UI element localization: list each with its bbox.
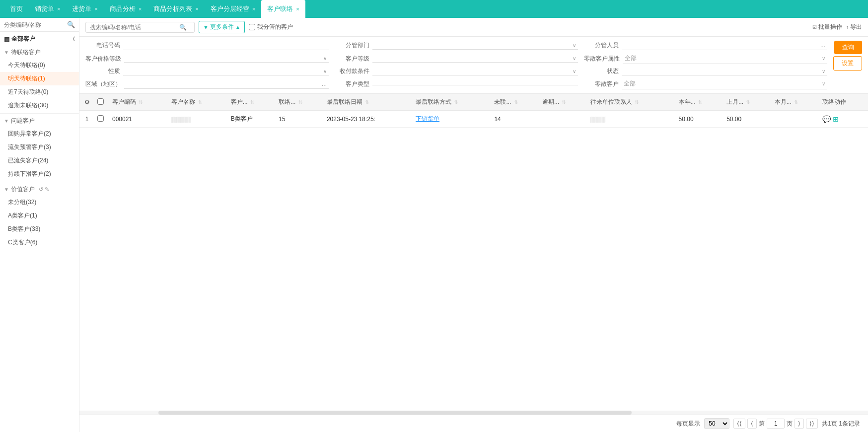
sidebar-item-c-class[interactable]: C类客户(6) [0,236,79,249]
col-this-month[interactable]: 本月... ⇅ [772,94,820,111]
col-overdue[interactable]: 逾期... ⇅ [539,94,587,111]
table-wrap: ⚙ 客户编码 ⇅ 客户名称 ⇅ 客户... ⇅ [79,94,868,411]
sidebar-search-input[interactable] [4,21,67,28]
close-analysis-icon[interactable]: × [139,0,142,18]
phone-input[interactable] [123,41,329,50]
scroll-bar-inner[interactable] [158,411,632,415]
sidebar-problem-header[interactable]: ▼ 问题客户 [0,115,79,127]
sidebar-item-a-class[interactable]: A类客户(1) [0,209,79,222]
row-last-month-amount: 50.00 [723,111,772,128]
col-last-method[interactable]: 最后联络方式 ⇅ [413,94,491,111]
sidebar-item-repurchase[interactable]: 回购异常客户(2) [0,127,79,141]
sidebar-item-churned[interactable]: 已流失客户(24) [0,154,79,167]
my-customer-checkbox[interactable] [249,24,255,30]
search-wrap: 🔍 [85,22,195,33]
row-contact-person: ▒▒▒▒ [587,111,676,128]
select-all-checkbox[interactable] [97,98,104,105]
search-input[interactable] [90,24,179,31]
status-select[interactable]: ∨ [622,68,827,75]
search-icon[interactable]: 🔍 [179,24,187,31]
my-customer-check[interactable]: 我分管的客户 [249,23,293,31]
person-dots-icon: ... [820,42,825,49]
col-code[interactable]: 客户编码 ⇅ [109,94,168,111]
sidebar-item-ungroup[interactable]: 未分组(32) [0,196,79,209]
next-page-btn[interactable]: ⟩ [795,419,804,429]
close-purchase-icon[interactable]: × [94,0,97,18]
qr-icon[interactable]: ⊞ [833,115,839,123]
per-page-select[interactable]: 50 100 200 [704,418,729,429]
row-unlink: 14 [491,111,539,128]
area-dots-icon: ... [322,80,327,87]
page-nav: ⟨⟨ ⟨ 第 页 ⟩ ⟩⟩ [733,419,818,429]
col-settings-btn[interactable]: ⚙ [79,94,94,111]
filter-row-3: 性质 ∨ 收付款条件 ∨ [85,67,827,75]
sidebar-item-tomorrow[interactable]: 明天待联络(1) [0,72,79,85]
nav-purchase[interactable]: 进货单 × [66,0,103,18]
nature-arrow-icon: ∨ [323,69,327,74]
filter-btn[interactable]: ▼ 更多条件 ▲ [199,21,245,33]
close-analysis-list-icon[interactable]: × [195,0,198,18]
col-customer-type[interactable]: 客户... ⇅ [228,94,276,111]
batch-op-btn[interactable]: ☑ 批量操作 [812,23,842,31]
close-customer-contact-icon[interactable]: × [296,0,299,18]
sidebar-item-churn-warning[interactable]: 流失预警客户(3) [0,141,79,154]
price-grade-arrow-icon: ∨ [323,56,327,61]
sidebar-item-today[interactable]: 今天待联络(0) [0,59,79,72]
col-unlink[interactable]: 未联... ⇅ [491,94,539,111]
prev-page-btn[interactable]: ⟨ [747,419,757,429]
row-last-method[interactable]: 下销货单 [413,111,491,128]
nav-customer-contact[interactable]: 客户联络 × [261,0,305,18]
col-name[interactable]: 客户名称 ⇅ [168,94,227,111]
retail-select[interactable]: 全部 ∨ [622,78,827,89]
col-year-amount[interactable]: 本年... ⇅ [676,94,724,111]
export-btn[interactable]: ↑ 导出 [846,23,862,31]
toolbar-right: ☑ 批量操作 ↑ 导出 [812,23,862,31]
nav-analysis[interactable]: 商品分析 × [104,0,147,18]
close-sales-icon[interactable]: × [57,0,60,18]
area-select[interactable]: ... [124,79,329,89]
sidebar-value-header[interactable]: ▼ 价值客户 ↺ ✎ [0,183,79,196]
nav-sales[interactable]: 销货单 × [29,0,66,18]
customer-type-select[interactable] [372,83,578,85]
col-contact-count[interactable]: 联络... ⇅ [276,94,324,111]
sidebar-all-customer[interactable]: ▦ 全部客户 《 [0,32,79,46]
customer-grade-select[interactable]: ∨ [372,55,578,63]
sidebar-pending-header[interactable]: ▼ 待联络客户 [0,46,79,59]
nav-analysis-list[interactable]: 商品分析列表 × [147,0,204,18]
footer: 每页显示 50 100 200 ⟨⟨ ⟨ 第 页 ⟩ ⟩⟩ 共1页 1条记录 [79,415,868,432]
first-page-btn[interactable]: ⟨⟨ [733,419,745,429]
col-last-month[interactable]: 上月... ⇅ [723,94,772,111]
col-select-all[interactable] [94,94,109,111]
person-select[interactable]: ... [622,41,827,50]
retail-attr-select[interactable]: 全部 ∨ [623,53,827,64]
row-year-amount: 50.00 [676,111,724,128]
nature-select[interactable]: ∨ [123,68,329,75]
query-button[interactable]: 查询 [834,41,862,54]
close-customer-layer-icon[interactable]: × [252,0,255,18]
nav-customer-layer[interactable]: 客户分层经营 × [205,0,261,18]
nav-home[interactable]: 首页 [4,0,29,18]
chat-icon[interactable]: 💬 [822,115,831,123]
filter-retail-attr: 零散客户属性 全部 ∨ [584,53,827,64]
filter-person: 分管人员 ... [584,41,827,50]
sidebar-item-overdue[interactable]: 逾期未联络(30) [0,99,79,112]
dept-select[interactable]: ∨ [372,42,578,50]
col-contact-person[interactable]: 往来单位联系人 ⇅ [587,94,676,111]
sidebar-item-7days[interactable]: 近7天待联络(0) [0,85,79,99]
sidebar: 🔍 ▦ 全部客户 《 ▼ 待联络客户 今天待联络(0) 明天待联络(1) 近7天… [0,18,79,432]
sidebar-item-b-class[interactable]: B类客户(33) [0,222,79,236]
page-input[interactable] [767,419,785,429]
reset-button[interactable]: 设置 [833,56,862,71]
last-page-btn[interactable]: ⟩⟩ [806,419,818,429]
col-action: 联络动作 [819,94,868,111]
pay-cond-select[interactable]: ∨ [372,68,578,75]
filter-dept: 分管部门 ∨ [335,41,578,50]
date-sort-icon: ⇅ [365,99,369,105]
dept-arrow-icon: ∨ [573,43,576,48]
filter-customer-grade: 客户等级 ∨ [335,55,578,63]
col-last-date[interactable]: 最后联络日期 ⇅ [324,94,413,111]
sidebar-search-icon[interactable]: 🔍 [67,21,75,28]
row-checkbox[interactable] [97,115,104,122]
sidebar-item-declining[interactable]: 持续下滑客户(2) [0,167,79,181]
price-grade-select[interactable]: ∨ [124,55,329,63]
